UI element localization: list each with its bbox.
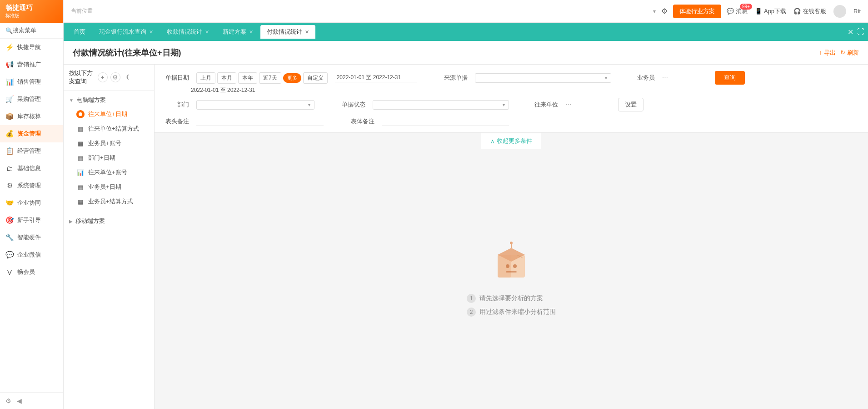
sidebar-item-operations[interactable]: 📋 经营管理 [0, 142, 63, 160]
date-btn-more[interactable]: 更多 [283, 73, 301, 83]
tab-cashflow[interactable]: 现金银行流水查询 ✕ [93, 25, 160, 39]
staff-input[interactable]: ··· [662, 74, 708, 82]
scheme-item-unit-settle[interactable]: ▦ 往来单位+结算方式 [64, 121, 154, 136]
date-btn-this-year[interactable]: 本年 [238, 72, 257, 84]
sidebar-item-wechat[interactable]: 💬 企业微信 [0, 246, 63, 263]
sidebar-item-hardware[interactable]: 🔧 智能硬件 [0, 229, 63, 246]
body-note-input[interactable] [382, 117, 509, 126]
sidebar-item-system[interactable]: ⚙ 系统管理 [0, 177, 63, 194]
tab-payments-close[interactable]: ✕ [305, 29, 309, 35]
basic-info-icon: 🗂 [5, 164, 14, 172]
date-label: 单据日期 [164, 74, 189, 82]
sidebar-item-finance[interactable]: 💰 资金管理 [0, 125, 63, 142]
sidebar-settings-btn[interactable]: ⚙ [5, 397, 11, 404]
sidebar-item-enterprise[interactable]: 🤝 企业协同 [0, 194, 63, 212]
counterpart-input[interactable]: ··· [565, 101, 611, 109]
status-select-arrow: ▾ [503, 102, 505, 107]
scheme-item-dept-date[interactable]: ▦ 部门+日期 [64, 151, 154, 165]
tab-receipts[interactable]: 收款情况统计 ✕ [160, 25, 215, 39]
messages-badge: 99+ [740, 4, 752, 10]
topbar-messages[interactable]: 💬 消息 99+ [727, 7, 748, 15]
scheme-item-unit-date[interactable]: 往来单位+日期 [64, 107, 154, 121]
sidebar-item-purchase[interactable]: 🛒 采购管理 [0, 91, 63, 108]
sidebar-item-basic-info[interactable]: 🗂 基础信息 [0, 160, 63, 177]
scheme-group-mobile: ▶ 移动端方案 [64, 212, 154, 231]
topbar-app-download[interactable]: 📱 App下载 [755, 7, 786, 15]
table-icon: ▦ [76, 183, 85, 191]
service-label: 在线客服 [803, 7, 826, 15]
scheme-item-unit-account-label: 往来单位+账号 [88, 168, 127, 177]
sidebar-item-inventory[interactable]: 📦 库存核算 [0, 108, 63, 125]
tab-cashflow-label: 现金银行流水查询 [99, 28, 146, 36]
date-btn-7days[interactable]: 近7天 [259, 72, 281, 84]
settings-btn[interactable]: 设置 [618, 98, 644, 111]
trial-btn[interactable]: 体验行业方案 [673, 5, 721, 18]
source-select-arrow: ▾ [605, 76, 607, 81]
date-btn-custom[interactable]: 自定义 [303, 72, 328, 84]
table-icon: ▦ [76, 125, 85, 133]
tab-new-scheme-close[interactable]: ✕ [249, 29, 253, 35]
tab-maximize-icon[interactable]: ⛶ [857, 28, 864, 36]
sidebar-item-vip[interactable]: V 畅会员 [0, 263, 63, 281]
app-version: 标准版 [5, 13, 33, 19]
page-header: 付款情况统计(往来单位+日期) ↑ 导出 ↻ 刷新 [64, 41, 868, 65]
hint-num-1: 1 [467, 294, 476, 303]
sidebar-item-guide[interactable]: 🎯 新手引导 [0, 212, 63, 229]
chart-icon: 📊 [76, 168, 85, 177]
scheme-item-staff-date[interactable]: ▦ 业务员+日期 [64, 180, 154, 194]
topbar-avatar[interactable] [833, 5, 846, 18]
date-btn-this-month[interactable]: 本月 [217, 72, 236, 84]
date-range-display: 2022-01-01 至 2022-12-31 [191, 86, 255, 94]
sidebar-item-label: 企业微信 [17, 251, 41, 259]
sidebar-item-sales[interactable]: 📊 销售管理 [0, 73, 63, 91]
scheme-group-mobile-title[interactable]: ▶ 移动端方案 [64, 214, 154, 228]
header-note-input[interactable] [196, 117, 324, 126]
hint-text-2: 用过滤条件来缩小分析范围 [479, 308, 556, 316]
tab-home[interactable]: 首页 [67, 25, 92, 39]
sidebar-collapse-btn[interactable]: ◀ [17, 397, 22, 404]
app-name: 畅捷通巧 [5, 4, 33, 12]
sidebar-search[interactable]: 🔍 搜索菜单 [0, 23, 63, 39]
scheme-item-unit-account[interactable]: 📊 往来单位+账号 [64, 165, 154, 180]
hint-item-2: 2 用过滤条件来缩小分析范围 [467, 308, 556, 317]
date-btn-last-month[interactable]: 上月 [196, 72, 215, 84]
sidebar-item-label: 快捷导航 [17, 43, 41, 51]
scheme-group-desktop-title[interactable]: ▼ 电脑端方案 [64, 93, 154, 107]
export-btn[interactable]: ↑ 导出 [819, 49, 836, 57]
scheme-item-staff-account[interactable]: ▦ 业务员+账号 [64, 136, 154, 151]
sidebar-item-marketing[interactable]: 📢 营销推广 [0, 56, 63, 73]
tabs-bar: 首页 现金银行流水查询 ✕ 收款情况统计 ✕ 新建方案 ✕ 付款情况统计 ✕ ✕… [64, 23, 868, 41]
svg-point-4 [506, 264, 509, 268]
topbar-service[interactable]: 🎧 在线客服 [793, 7, 826, 15]
topbar-username[interactable]: Rit [853, 8, 861, 15]
active-scheme-icon [76, 110, 85, 118]
filter-form: 单据日期 上月 本月 本年 近7天 更多 自定义 来源单据 ▾ [155, 65, 868, 133]
tab-new-scheme[interactable]: 新建方案 ✕ [216, 25, 259, 39]
marketing-icon: 📢 [5, 61, 14, 69]
scheme-settings-btn[interactable]: ⚙ [110, 72, 120, 82]
status-select[interactable]: ▾ [373, 100, 509, 110]
tab-close-all-icon[interactable]: ✕ [848, 28, 853, 36]
status-label: 单据状态 [340, 101, 365, 109]
tab-cashflow-close[interactable]: ✕ [149, 29, 153, 35]
refresh-btn[interactable]: ↻ 刷新 [840, 49, 859, 57]
refresh-icon: ↻ [840, 49, 845, 56]
dept-select-arrow: ▾ [308, 102, 310, 107]
app-download-label: App下载 [764, 7, 786, 15]
tab-payments[interactable]: 付款情况统计 ✕ [260, 25, 315, 39]
sidebar-item-label: 经营管理 [17, 147, 41, 155]
date-range-input[interactable] [335, 74, 417, 82]
query-btn[interactable]: 查询 [715, 71, 745, 85]
dept-label: 部门 [164, 101, 189, 109]
operations-icon: 📋 [5, 147, 14, 155]
tab-receipts-close[interactable]: ✕ [205, 29, 209, 35]
scheme-item-staff-settle[interactable]: ▦ 业务员+结算方式 [64, 194, 154, 209]
tabs-actions: ✕ ⛶ [848, 28, 864, 36]
scheme-add-btn[interactable]: + [98, 72, 108, 82]
source-select[interactable]: ▾ [475, 73, 611, 83]
sidebar-item-quick-nav[interactable]: ⚡ 快捷导航 [0, 39, 63, 56]
filter-collapse-btn[interactable]: ∧ 收起更多条件 [481, 133, 541, 149]
settings-icon[interactable]: ⚙ [661, 7, 668, 15]
scheme-collapse-btn[interactable]: 《 [123, 73, 149, 81]
dept-select[interactable]: ▾ [196, 100, 314, 110]
